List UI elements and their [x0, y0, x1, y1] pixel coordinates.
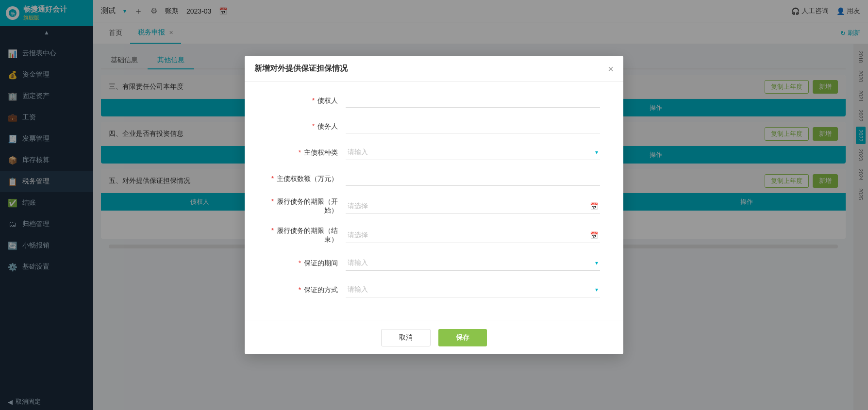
- form-row-claim-type: * 主债权种类 请输入 ▾: [268, 145, 600, 160]
- form-label-start-date: * 履行债务的期限（开始）: [268, 197, 346, 215]
- label-text-start-date: 履行债务的期限（开始）: [277, 197, 338, 214]
- required-star-claim-type: *: [299, 148, 301, 156]
- dialog: 新增对外提供保证担保情况 × * 债权人 * 债务人: [245, 56, 623, 354]
- input-creditor[interactable]: [346, 94, 600, 108]
- chevron-down-icon-guarantee-period: ▾: [595, 260, 598, 266]
- input-claim-amount[interactable]: [346, 172, 600, 186]
- required-star-creditor: *: [312, 97, 315, 104]
- save-button[interactable]: 保存: [438, 329, 487, 346]
- label-text-guarantee-period: 保证的期间: [304, 259, 338, 267]
- dialog-title: 新增对外提供保证担保情况: [254, 64, 348, 74]
- dialog-close-btn[interactable]: ×: [608, 64, 614, 74]
- select-placeholder-claim-type: 请输入: [348, 148, 595, 157]
- form-label-end-date: * 履行债务的期限（结束）: [268, 227, 346, 244]
- dialog-header: 新增对外提供保证担保情况 ×: [245, 56, 623, 82]
- input-debtor[interactable]: [346, 119, 600, 133]
- required-star-debtor: *: [312, 122, 315, 130]
- label-text-guarantee-method: 保证的方式: [304, 286, 338, 294]
- dialog-overlay[interactable]: 新增对外提供保证担保情况 × * 债权人 * 债务人: [0, 0, 868, 410]
- form-label-claim-amount: * 主债权数额（万元）: [268, 175, 346, 183]
- form-row-creditor: * 债权人: [268, 94, 600, 108]
- dialog-footer: 取消 保存: [245, 321, 623, 354]
- select-guarantee-period[interactable]: 请输入 ▾: [346, 256, 600, 271]
- chevron-down-icon-guarantee-method: ▾: [595, 286, 598, 293]
- calendar-icon-end: 📅: [590, 231, 598, 239]
- calendar-icon-start: 📅: [590, 202, 598, 210]
- form-row-claim-amount: * 主债权数额（万元）: [268, 172, 600, 186]
- date-placeholder-end: 请选择: [348, 231, 590, 240]
- required-star-guarantee-period: *: [299, 259, 301, 267]
- form-label-debtor: * 债务人: [268, 122, 346, 131]
- form-label-claim-type: * 主债权种类: [268, 148, 346, 157]
- date-end[interactable]: 请选择 📅: [346, 228, 600, 243]
- select-placeholder-guarantee-method: 请输入: [348, 285, 595, 294]
- required-star-end-date: *: [271, 227, 274, 234]
- form-label-guarantee-method: * 保证的方式: [268, 286, 346, 295]
- date-start[interactable]: 请选择 📅: [346, 199, 600, 214]
- form-label-creditor: * 债权人: [268, 97, 346, 105]
- label-text-claim-type: 主债权种类: [304, 148, 338, 156]
- form-row-end-date: * 履行债务的期限（结束） 请选择 📅: [268, 227, 600, 244]
- label-text-claim-amount: 主债权数额（万元）: [277, 175, 338, 182]
- label-text-creditor: 债权人: [317, 97, 338, 104]
- label-text-end-date: 履行债务的期限（结束）: [277, 227, 338, 243]
- select-placeholder-guarantee-period: 请输入: [348, 259, 595, 267]
- select-guarantee-method[interactable]: 请输入 ▾: [346, 282, 600, 297]
- dialog-body: * 债权人 * 债务人 * 主债权种类 请输入: [245, 82, 623, 321]
- form-row-start-date: * 履行债务的期限（开始） 请选择 📅: [268, 197, 600, 215]
- label-text-debtor: 债务人: [317, 122, 338, 130]
- form-row-guarantee-period: * 保证的期间 请输入 ▾: [268, 256, 600, 271]
- cancel-button[interactable]: 取消: [381, 329, 431, 346]
- form-row-guarantee-method: * 保证的方式 请输入 ▾: [268, 282, 600, 297]
- required-star-start-date: *: [271, 197, 274, 205]
- required-star-claim-amount: *: [271, 175, 274, 182]
- date-placeholder-start: 请选择: [348, 202, 590, 211]
- select-claim-type[interactable]: 请输入 ▾: [346, 145, 600, 160]
- required-star-guarantee-method: *: [299, 286, 301, 294]
- form-label-guarantee-period: * 保证的期间: [268, 259, 346, 268]
- form-row-debtor: * 债务人: [268, 119, 600, 133]
- chevron-down-icon-claim-type: ▾: [595, 149, 598, 156]
